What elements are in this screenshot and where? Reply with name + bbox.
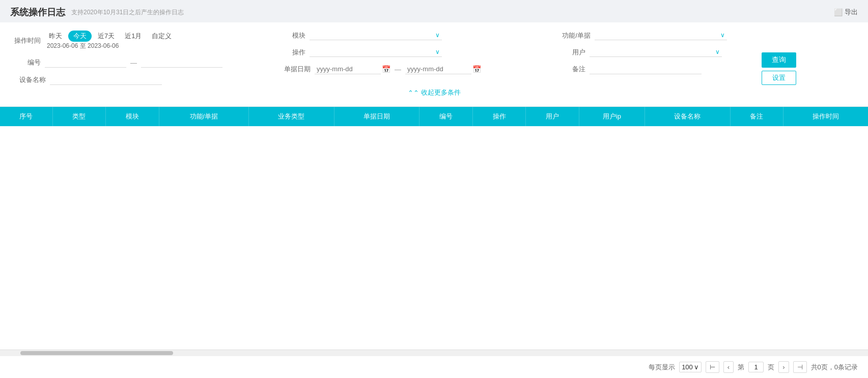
page-subtitle: 支持2020年10月31日之后产生的操作日志 <box>71 8 184 17</box>
pagination-area: 每页显示 100 ∨ ⊢ ‹ 第 1 页 › ⊣ 共0页，0条记录 <box>0 356 868 378</box>
time-range-text: 2023-06-06 至 2023-06-06 <box>47 42 176 50</box>
operation-filter-row: 操作 ∨ <box>275 47 540 57</box>
last-page-btn[interactable]: ⊣ <box>793 361 807 373</box>
export-label: 导出 <box>845 8 858 17</box>
calendar-start-icon[interactable]: 📅 <box>382 65 390 73</box>
page-label: 第 <box>738 363 744 372</box>
device-label: 设备名称 <box>10 75 46 84</box>
calendar-end-icon[interactable]: 📅 <box>472 65 481 73</box>
device-input[interactable] <box>50 75 162 85</box>
data-table: 序号 类型 模块 功能/单据 业务类型 单据日期 编号 操作 用户 用户ip 设… <box>0 107 868 126</box>
device-filter-row: 设备名称 <box>10 75 255 85</box>
user-filter-row: 用户 ∨ <box>555 47 753 57</box>
time-btn-1month[interactable]: 近1月 <box>121 31 146 42</box>
per-page-arrow: ∨ <box>694 363 699 371</box>
time-label: 操作时间 <box>10 36 41 45</box>
horizontal-scrollbar[interactable] <box>0 350 868 356</box>
date-separator: — <box>395 66 401 73</box>
number-input-start[interactable] <box>45 57 126 68</box>
time-filter-row: 操作时间 昨天 今天 近7天 近1月 自定义 2023-06-06 至 2023… <box>10 31 255 50</box>
number-input-end[interactable] <box>141 57 222 68</box>
number-label: 编号 <box>10 58 41 67</box>
col-operation: 操作 <box>472 107 525 126</box>
query-button[interactable]: 查询 <box>762 52 796 68</box>
module-filter-row: 模块 ∨ <box>275 31 540 40</box>
per-page-select[interactable]: 100 ∨ <box>679 362 702 372</box>
function-label: 功能/单据 <box>555 31 591 40</box>
collapse-row: ⌃⌃ 收起更多条件 <box>10 85 858 98</box>
main-content: 序号 类型 模块 功能/单据 业务类型 单据日期 编号 操作 用户 用户ip 设… <box>0 107 868 378</box>
remark-input[interactable] <box>590 64 702 74</box>
col-device: 设备名称 <box>645 107 730 126</box>
current-page: 1 <box>748 362 764 372</box>
doc-date-end-input[interactable] <box>405 64 471 74</box>
function-select[interactable]: ∨ <box>595 31 727 40</box>
filter-area: 操作时间 昨天 今天 近7天 近1月 自定义 2023-06-06 至 2023… <box>0 22 868 107</box>
module-select[interactable]: ∨ <box>310 31 442 40</box>
doc-date-filter-row: 单据日期 📅 — 📅 <box>275 64 540 74</box>
col-number: 编号 <box>419 107 472 126</box>
page-unit: 页 <box>768 363 774 372</box>
col-type: 类型 <box>52 107 105 126</box>
user-select[interactable]: ∨ <box>590 47 722 57</box>
first-page-btn[interactable]: ⊢ <box>706 361 719 373</box>
per-page-value: 100 <box>682 363 693 371</box>
function-filter-row: 功能/单据 ∨ <box>555 31 753 40</box>
action-buttons: 查询 设置 <box>762 52 796 85</box>
table-header-row: 序号 类型 模块 功能/单据 业务类型 单据日期 编号 操作 用户 用户ip 设… <box>0 107 868 126</box>
time-btn-today[interactable]: 今天 <box>68 31 92 42</box>
scrollbar-thumb[interactable] <box>20 351 173 355</box>
doc-date-label: 单据日期 <box>275 65 311 74</box>
col-user: 用户 <box>526 107 579 126</box>
user-label: 用户 <box>555 48 585 57</box>
empty-area <box>0 126 868 304</box>
export-button[interactable]: ⬜ 导出 <box>834 8 858 17</box>
remark-label: 备注 <box>555 65 585 74</box>
total-info: 共0页，0条记录 <box>811 363 858 372</box>
export-icon: ⬜ <box>834 8 843 16</box>
time-btn-7days[interactable]: 近7天 <box>94 31 119 42</box>
number-separator: — <box>130 59 137 67</box>
col-doc-date: 单据日期 <box>334 107 419 126</box>
collapse-up-icon: ⌃⌃ <box>408 89 419 97</box>
time-btn-yesterday[interactable]: 昨天 <box>45 31 66 42</box>
function-dropdown-icon: ∨ <box>720 32 725 39</box>
operation-dropdown-icon: ∨ <box>435 48 440 55</box>
settings-button[interactable]: 设置 <box>762 71 796 85</box>
operation-label: 操作 <box>275 48 305 57</box>
col-business-type: 业务类型 <box>249 107 334 126</box>
col-sequence: 序号 <box>0 107 52 126</box>
operation-select[interactable]: ∨ <box>310 47 442 57</box>
number-filter-row: 编号 — <box>10 57 255 68</box>
per-page-label: 每页显示 <box>649 363 675 372</box>
col-op-time: 操作时间 <box>783 107 868 126</box>
remark-filter-row: 备注 <box>555 64 753 74</box>
user-dropdown-icon: ∨ <box>715 48 720 55</box>
module-dropdown-icon: ∨ <box>435 32 440 39</box>
collapse-button[interactable]: ⌃⌃ 收起更多条件 <box>408 88 461 97</box>
col-remark: 备注 <box>730 107 783 126</box>
module-label: 模块 <box>275 31 305 40</box>
col-user-ip: 用户ip <box>579 107 645 126</box>
collapse-label: 收起更多条件 <box>421 88 461 97</box>
page-title: 系统操作日志 <box>10 6 65 18</box>
prev-page-btn[interactable]: ‹ <box>723 361 734 373</box>
next-page-btn[interactable]: › <box>778 361 789 373</box>
col-module: 模块 <box>106 107 159 126</box>
doc-date-start-input[interactable] <box>315 64 381 74</box>
col-function: 功能/单据 <box>159 107 248 126</box>
table-container[interactable]: 序号 类型 模块 功能/单据 业务类型 单据日期 编号 操作 用户 用户ip 设… <box>0 107 868 350</box>
time-btn-custom[interactable]: 自定义 <box>148 31 176 42</box>
